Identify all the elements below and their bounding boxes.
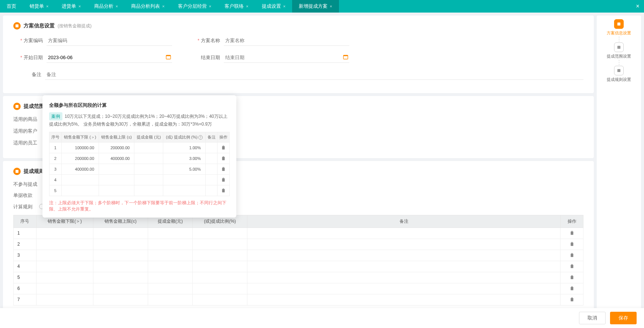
section-icon	[13, 168, 21, 175]
delete-row[interactable]	[561, 272, 583, 283]
svg-rect-9	[617, 69, 620, 72]
svg-rect-7	[617, 23, 620, 25]
tab-提成设置[interactable]: 提成设置×	[255, 0, 292, 13]
name-label: 方案名称	[201, 38, 220, 43]
tooltip-note: 注：上限必须大于下限；多个阶梯时，下一个阶梯下限要等于前一阶梯上限；不同行之间下…	[49, 200, 230, 212]
close-icon[interactable]: ×	[283, 4, 285, 8]
delete-row[interactable]	[217, 164, 230, 174]
table-row[interactable]: 2	[14, 239, 583, 250]
table-row[interactable]: 1	[14, 228, 583, 239]
end-date-input[interactable]	[224, 52, 349, 63]
close-icon[interactable]: ×	[78, 4, 80, 8]
svg-rect-6	[16, 170, 18, 173]
anchor-2[interactable]: 提成规则设置	[607, 66, 631, 82]
code-label: 方案编码	[24, 38, 43, 43]
col-header: 备注	[205, 132, 217, 142]
delete-row[interactable]	[561, 294, 583, 305]
col-header: 操作	[561, 215, 583, 228]
calc-rule-tooltip: 全额参与所在区间段的计算 案例10万元以下无提成；10~20万元提成比例为1%；…	[42, 95, 236, 218]
section-icon	[13, 103, 21, 110]
tab-新增提成方案[interactable]: 新增提成方案×	[292, 0, 339, 13]
close-all-tabs[interactable]: ×	[631, 0, 644, 13]
table-row[interactable]: 5	[14, 272, 583, 283]
tab-客户分层经营[interactable]: 客户分层经营×	[171, 0, 218, 13]
tab-进货单[interactable]: 进货单×	[55, 0, 87, 13]
calendar-icon	[343, 54, 349, 60]
table-row: 2200000.00400000.003.00%	[49, 153, 230, 164]
close-icon[interactable]: ×	[46, 4, 48, 8]
table-row[interactable]: 3	[14, 250, 583, 261]
calendar-icon	[165, 54, 171, 60]
tooltip-desc: 案例10万元以下无提成；10~20万元提成比例为1%；20~40万提成比例为3%…	[49, 112, 230, 128]
delete-row[interactable]	[561, 283, 583, 294]
delete-row[interactable]	[561, 250, 583, 261]
delete-row[interactable]	[561, 239, 583, 250]
anchor-0[interactable]: 方案信息设置	[607, 19, 631, 36]
delete-row[interactable]	[217, 153, 230, 164]
col-header: 操作	[217, 132, 230, 142]
anchor-nav: 方案信息设置提成范围设置提成规则设置	[597, 16, 641, 312]
delete-row[interactable]	[561, 261, 583, 272]
table-row[interactable]: 7	[14, 294, 583, 305]
section-subtitle: (按销售金额提成)	[58, 23, 92, 29]
start-date-input[interactable]	[47, 52, 172, 63]
example-badge: 案例	[49, 112, 62, 120]
tooltip-title: 全额参与所在区间段的计算	[49, 102, 230, 109]
start-date-label: 开始日期	[24, 55, 43, 60]
col-header: 销售金额下限 (＞)	[61, 132, 99, 142]
tab-bar: 首页销货单×进货单×商品分析×商品分析列表×客户分层经营×客户联络×提成设置×新…	[0, 0, 644, 13]
close-icon[interactable]: ×	[209, 4, 211, 8]
cancel-button[interactable]: 取消	[579, 312, 606, 324]
end-date-label: 结束日期	[201, 55, 220, 60]
col-header: 销售金额上限 (≤)	[99, 132, 134, 142]
svg-rect-4	[343, 55, 348, 56]
tab-客户联络[interactable]: 客户联络×	[218, 0, 255, 13]
anchor-1[interactable]: 提成范围设置	[607, 42, 631, 59]
tooltip-table: 序号销售金额下限 (＞)销售金额上限 (≤)提成金额 (元)(或) 提成比例 (…	[49, 132, 230, 196]
col-header: (或) 提成比例 (%)?	[163, 132, 205, 142]
table-row: 5	[49, 185, 230, 196]
save-button[interactable]: 保存	[610, 312, 637, 324]
help-icon: ?	[198, 135, 203, 140]
tab-商品分析[interactable]: 商品分析×	[88, 0, 124, 13]
delete-row[interactable]	[217, 174, 230, 185]
tab-商品分析列表[interactable]: 商品分析列表×	[124, 0, 171, 13]
table-row[interactable]: 6	[14, 283, 583, 294]
close-icon[interactable]: ×	[162, 4, 164, 8]
remark-label: 备注	[32, 72, 41, 77]
delete-row[interactable]	[561, 228, 583, 239]
table-row: 3400000.005.00%	[49, 164, 230, 174]
plan-code-input[interactable]	[47, 35, 172, 46]
svg-rect-0	[16, 24, 18, 27]
table-row: 1100000.00200000.001.00%	[49, 142, 230, 153]
close-icon[interactable]: ×	[116, 4, 118, 8]
col-header: 提成金额 (元)	[134, 132, 163, 142]
svg-rect-2	[166, 55, 171, 56]
remark-input[interactable]	[45, 69, 583, 80]
tab-首页[interactable]: 首页	[0, 0, 23, 13]
footer-actions: 取消 保存	[0, 308, 644, 328]
svg-rect-8	[617, 46, 620, 49]
table-row[interactable]: 4	[14, 261, 583, 272]
panel-plan-info: 方案信息设置 (按销售金额提成) *方案编码 *方案名称 *开始日期	[3, 16, 594, 93]
delete-row[interactable]	[217, 185, 230, 196]
close-icon[interactable]: ×	[330, 4, 332, 8]
svg-rect-5	[16, 105, 18, 108]
section-title: 方案信息设置	[24, 23, 55, 29]
delete-row[interactable]	[217, 142, 230, 153]
col-header: 序号	[14, 215, 37, 228]
close-icon[interactable]: ×	[246, 4, 248, 8]
plan-name-input[interactable]	[224, 35, 349, 46]
table-row: 4	[49, 174, 230, 185]
commission-table: 序号销售金额下限(＞)销售金额上限(≤)提成金额(元)(或)提成比例(%)备注操…	[13, 215, 583, 305]
col-header: 序号	[49, 132, 62, 142]
section-icon	[13, 22, 21, 30]
tab-销货单[interactable]: 销货单×	[23, 0, 55, 13]
calc-rule-label: 计算规则	[13, 204, 32, 210]
col-header: 备注	[247, 215, 561, 228]
